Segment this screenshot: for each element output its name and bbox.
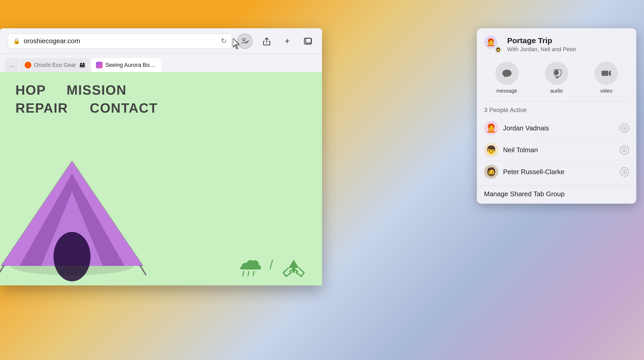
manage-section: Manage Shared Tab Group (477, 185, 636, 204)
nav-mission[interactable]: MISSION (67, 82, 127, 98)
message-action[interactable]: message (495, 62, 518, 94)
message-label: message (496, 88, 517, 94)
video-action[interactable]: video (595, 62, 618, 94)
recycle-icon (281, 257, 307, 278)
person-row-neil: 👦 Neil Tolman ⓘ (484, 139, 629, 161)
toolbar-right-icons: + (237, 33, 314, 49)
info-button-jordan[interactable]: ⓘ (620, 123, 629, 133)
avatar-neil: 👦 (484, 143, 498, 157)
avatar-small: 🧔 (494, 46, 502, 53)
manage-shared-tab-group-link[interactable]: Manage Shared Tab Group (484, 190, 565, 198)
tab-oroshi[interactable]: Oroshi Eco Gear 👨‍👩‍👧 (20, 58, 90, 72)
video-icon (601, 68, 612, 79)
aurora-favicon (96, 62, 103, 68)
plus-icon: + (285, 36, 290, 46)
tab-overview-button[interactable] (301, 35, 314, 48)
svg-line-11 (140, 265, 146, 275)
popover-header: 🧑‍🦰 🧔 Portage Trip With Jordan, Neil and… (477, 28, 636, 59)
website-content: HOP MISSION REPAIR CONTACT (0, 72, 322, 285)
svg-marker-16 (609, 70, 611, 76)
svg-point-0 (243, 38, 245, 41)
overflow-label: ... (10, 62, 14, 68)
info-button-neil[interactable]: ⓘ (620, 145, 629, 155)
svg-point-7 (53, 232, 91, 281)
name-peter: Peter Russell-Clarke (503, 168, 615, 176)
url-text: oroshiecogear.com (24, 37, 217, 45)
bottom-icons: / (236, 257, 307, 278)
group-avatar: 🧑‍🦰 🧔 (484, 35, 502, 53)
tent-illustration (0, 136, 149, 285)
lock-icon: 🔒 (13, 38, 20, 44)
message-icon (501, 68, 513, 79)
avatar-jordan: 🧑‍🦰 (484, 121, 498, 135)
tabs-bar: ... Oroshi Eco Gear 👨‍👩‍👧 Seeing Aurora … (0, 54, 322, 72)
oroshi-favicon (25, 62, 31, 68)
share-button[interactable] (260, 35, 273, 48)
audio-action[interactable]: audio (545, 62, 568, 94)
message-button[interactable] (495, 62, 518, 85)
name-neil: Neil Tolman (503, 146, 615, 154)
tab-overflow[interactable]: ... (5, 58, 19, 72)
person-row-peter: 🧔 Peter Russell-Clarke ⓘ (484, 161, 629, 183)
collaboration-icon (241, 37, 249, 45)
divider-slash: / (270, 257, 273, 278)
nav-hop[interactable]: HOP (15, 82, 46, 98)
tab-aurora[interactable]: Seeing Aurora Borealis (91, 58, 161, 72)
browser-window: 🔒 oroshiecogear.com ↻ (0, 28, 322, 285)
video-label: video (600, 88, 612, 94)
collaboration-button[interactable] (237, 33, 253, 49)
svg-line-13 (248, 272, 249, 276)
video-button[interactable] (595, 62, 618, 85)
tab-aurora-label: Seeing Aurora Borealis (105, 62, 157, 68)
svg-rect-2 (306, 38, 311, 43)
nav-contact[interactable]: CONTACT (90, 101, 158, 115)
svg-rect-15 (602, 71, 608, 76)
audio-icon (551, 68, 562, 79)
info-button-peter[interactable]: ⓘ (620, 167, 629, 176)
tab-oroshi-emoji: 👨‍👩‍👧 (79, 62, 86, 68)
people-section: 3 People Active 🧑‍🦰 Jordan Vadnais ⓘ 👦 N… (477, 101, 636, 185)
collaboration-popover: 🧑‍🦰 🧔 Portage Trip With Jordan, Neil and… (477, 28, 636, 204)
svg-line-10 (0, 265, 4, 275)
svg-line-14 (253, 272, 254, 276)
nav-repair[interactable]: REPAIR (15, 101, 68, 115)
share-icon (262, 37, 271, 46)
name-jordan: Jordan Vadnais (503, 124, 615, 132)
address-bar[interactable]: 🔒 oroshiecogear.com ↻ (8, 34, 232, 49)
website-nav-row2: REPAIR CONTACT (0, 100, 173, 116)
popover-subtitle: With Jordan, Neil and Peter (507, 46, 629, 53)
action-buttons-row: message audio video (477, 59, 636, 101)
person-row-jordan: 🧑‍🦰 Jordan Vadnais ⓘ (484, 117, 629, 139)
svg-line-12 (243, 272, 244, 276)
new-tab-button[interactable]: + (281, 35, 294, 48)
popover-title-group: Portage Trip With Jordan, Neil and Peter (507, 36, 629, 53)
audio-label: audio (550, 88, 563, 94)
tab-oroshi-label: Oroshi Eco Gear (34, 62, 76, 68)
audio-button[interactable] (545, 62, 568, 85)
tab-overview-icon (303, 37, 312, 46)
people-count: 3 People Active (484, 106, 629, 114)
avatar-peter: 🧔 (484, 165, 498, 179)
browser-toolbar: 🔒 oroshiecogear.com ↻ (0, 28, 322, 54)
rain-icon (236, 257, 262, 278)
popover-group-name: Portage Trip (507, 36, 629, 45)
reload-icon[interactable]: ↻ (221, 37, 227, 45)
